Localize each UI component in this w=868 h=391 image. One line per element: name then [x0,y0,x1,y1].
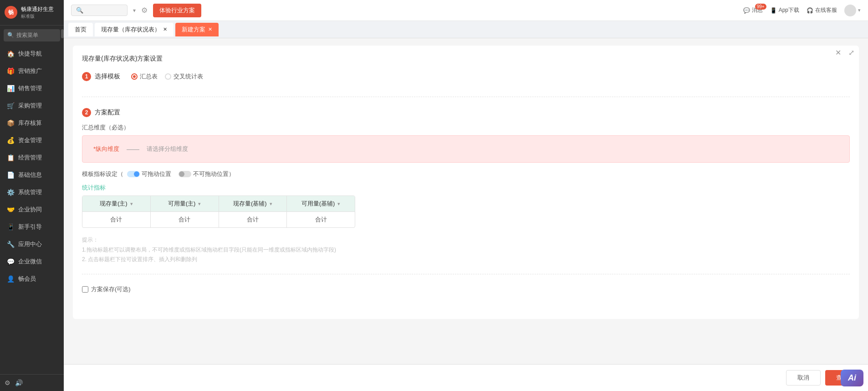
nav-label: 系统管理 [18,188,42,196]
draggable-toggle[interactable]: 可拖动位置 [127,170,171,178]
sidebar-search[interactable]: 🔍 搜索菜单 [4,29,60,41]
sidebar-item-marketing[interactable]: 🎁 营销推广 [0,62,64,80]
tip-2: 2. 点击标题栏下拉可设置排序、插入列和删除列 [82,255,850,265]
search-menu-label: 搜索菜单 [16,31,38,39]
trial-btn[interactable]: 体验行业方案 [153,4,201,17]
stat-col-1-header[interactable]: 现存量(主) ▾ [82,196,151,211]
topbar-gear-icon[interactable]: ⚙ [141,6,148,15]
dim-field-label: *纵向维度 [93,145,119,153]
save-label: 方案保存(可选) [91,285,131,293]
indicator-label-text: 模板指标设定（ [82,170,123,178]
section2-label: 方案配置 [95,108,120,117]
sidebar-item-wechat[interactable]: 💬 企业微信 [0,253,64,270]
messages-btn[interactable]: 💬 消息 99+ [743,6,763,14]
radio-cross-label: 交叉统计表 [174,72,203,81]
tab-inventory-status[interactable]: 现存量（库存状况表） ✕ [95,23,174,36]
sidebar-item-system[interactable]: ⚙️ 系统管理 [0,184,64,201]
sidebar-item-basic-info[interactable]: 📄 基础信息 [0,166,64,184]
sidebar-item-operations[interactable]: 📋 经营管理 [0,149,64,166]
nav-label: 新手引导 [18,223,42,231]
radio-cross-dot [165,73,171,80]
scroll-up[interactable] [61,29,64,38]
stat-col-4-body: 合计 [287,212,355,227]
chat-icon: 💬 [6,257,15,266]
sidebar-item-finance[interactable]: 💰 资金管理 [0,132,64,149]
ops-icon: 📋 [6,154,15,162]
radio-cross[interactable]: 交叉统计表 [165,72,203,81]
sidebar-item-app-center[interactable]: 🔧 应用中心 [0,236,64,253]
stat-col-1-label: 现存量(主) [100,200,128,208]
stat-col-4-header[interactable]: 可用量(基辅) ▾ [287,196,355,211]
sidebar-item-member[interactable]: 👤 畅会员 [0,270,64,288]
stat-col-4-label: 可用量(基辅) [301,200,335,208]
app-download-btn[interactable]: 📱 App下载 [770,6,799,14]
save-checkbox[interactable] [82,286,88,293]
topbar: 🔍 ▾ ⚙ 体验行业方案 💬 消息 99+ 📱 App下载 🎧 在线客服 ▾ [64,0,868,21]
box-icon: 📦 [6,119,15,127]
draggable-label: 可拖动位置 [142,170,171,178]
radio-summary[interactable]: 汇总表 [131,72,158,81]
tab-new-plan-close[interactable]: ✕ [208,26,212,32]
tab-bar: 首页 现存量（库存状况表） ✕ 新建方案 ✕ [64,21,868,38]
radio-summary-label: 汇总表 [140,72,158,81]
topbar-search-box[interactable]: 🔍 [71,5,128,16]
non-draggable-toggle[interactable]: 不可拖动位置） [179,170,235,178]
user-icon: 👤 [6,275,15,283]
nav-label: 经营管理 [18,154,42,162]
tip-1-text: 1.拖动标题栏可以调整布局，不可跨维度或指标区域拖动栏目字段(只能在同一维度或指… [82,245,336,255]
mobile-icon: 📱 [6,223,15,231]
tab-home[interactable]: 首页 [68,23,93,36]
user-avatar [844,5,856,16]
stat-title: 统计指标 [82,184,850,192]
tab-new-plan[interactable]: 新建方案 ✕ [175,23,219,36]
stat-col-2-header[interactable]: 可用量(主) ▾ [151,196,219,211]
nav-label: 应用中心 [18,240,42,248]
chevron-down-icon-4: ▾ [337,201,340,207]
sidebar-item-purchase[interactable]: 🛒 采购管理 [0,97,64,114]
topbar-dropdown-icon[interactable]: ▾ [133,7,136,14]
cart-icon: 🛒 [6,102,15,110]
ai-badge[interactable]: Ai [841,370,863,386]
stat-col-3-body: 合计 [219,212,287,227]
expand-panel-btn[interactable]: ⤢ [846,47,857,58]
home-icon: 🏠 [6,50,15,58]
indicator-label: 模板指标设定（ 可拖动位置 不可拖动位置） [82,170,850,178]
sidebar-item-quick-nav[interactable]: 🏠 快捷导航 [0,45,64,62]
cancel-button[interactable]: 取消 [786,370,821,386]
sidebar-item-cooperation[interactable]: 🤝 企业协同 [0,201,64,218]
sound-icon[interactable]: 🔊 [15,379,23,386]
gift-icon: 🎁 [6,67,15,75]
message-icon: 💬 [743,7,750,14]
panel-controls: ✕ ⤢ [831,46,859,60]
app-edition: 标准版 [21,13,54,20]
toggle-box-off [179,171,191,177]
customer-service-btn[interactable]: 🎧 在线客服 [807,6,837,14]
nav-label: 销售管理 [18,84,42,93]
money-icon: 💰 [6,136,15,144]
dim-box: *纵向维度 —— 请选择分组维度 [82,135,850,163]
chevron-down-icon-1: ▾ [130,201,133,207]
search-input[interactable] [86,7,123,14]
stat-col-3-label: 现存量(基辅) [233,200,267,208]
messages-badge: 99+ [755,4,766,10]
settings-icon[interactable]: ⚙ [5,379,10,386]
bottom-bar: 取消 查询 [64,364,868,391]
tips-section: 提示： 1.拖动标题栏可以调整布局，不可跨维度或指标区域拖动栏目字段(只能在同一… [82,235,850,265]
handshake-icon: 🤝 [6,206,15,214]
nav-label: 企业协同 [18,206,42,214]
sidebar-item-new-guide[interactable]: 📱 新手引导 [0,218,64,236]
close-panel-btn[interactable]: ✕ [832,47,844,58]
stat-col-3-header[interactable]: 现存量(基辅) ▾ [219,196,287,211]
sidebar-item-inventory[interactable]: 📦 库存核算 [0,114,64,132]
tab-inventory-close[interactable]: ✕ [163,26,167,32]
section1-num: 1 [82,72,91,81]
sidebar-item-sales[interactable]: 📊 销售管理 [0,80,64,97]
chevron-down-icon: ▾ [858,7,861,13]
chevron-down-icon-3: ▾ [270,201,272,207]
toggle-box-on [127,171,140,177]
search-icon: 🔍 [7,32,14,38]
content-area: ✕ ⤢ 现存量(库存状况表)方案设置 1 选择模板 汇总表 [64,38,868,364]
user-profile[interactable]: ▾ [844,5,861,16]
stat-section: 统计指标 现存量(主) ▾ 可用量(主) ▾ [82,184,850,228]
section1-header: 1 选择模板 汇总表 交叉统计表 [82,72,850,81]
